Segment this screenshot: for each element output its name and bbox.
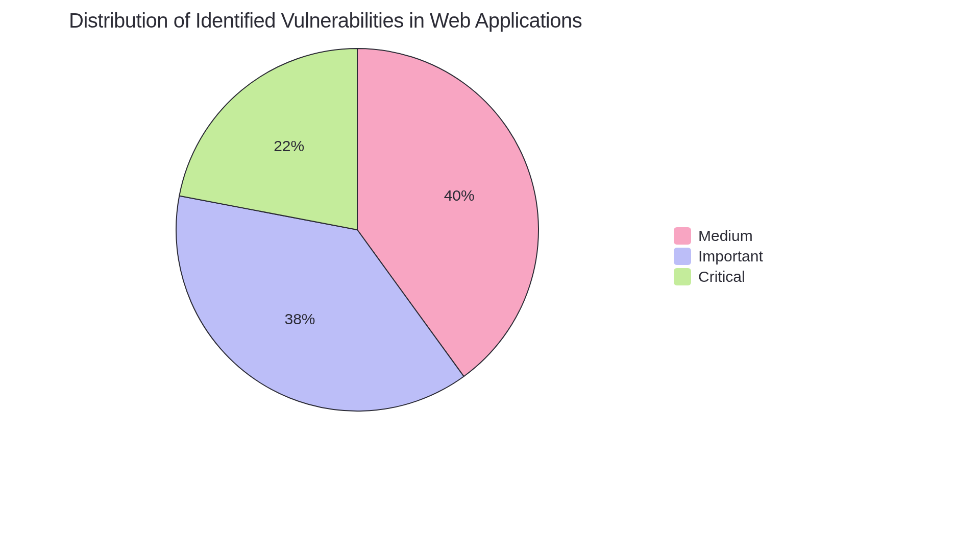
legend-swatch <box>674 227 691 245</box>
pie-svg: 40%38%22% <box>174 46 541 414</box>
legend-item-important: Important <box>674 248 763 265</box>
legend-label: Important <box>698 248 763 265</box>
slice-label-critical: 22% <box>274 137 304 154</box>
slice-label-important: 38% <box>284 310 315 327</box>
chart-title: Distribution of Identified Vulnerabiliti… <box>69 9 582 32</box>
legend-label: Critical <box>698 268 745 285</box>
slice-label-medium: 40% <box>444 187 475 204</box>
legend-item-critical: Critical <box>674 268 763 285</box>
legend-swatch <box>674 268 691 285</box>
pie-chart: 40%38%22% <box>174 46 541 414</box>
legend-item-medium: Medium <box>674 227 763 245</box>
legend-label: Medium <box>698 227 753 245</box>
legend-swatch <box>674 248 691 265</box>
legend: MediumImportantCritical <box>674 227 763 288</box>
